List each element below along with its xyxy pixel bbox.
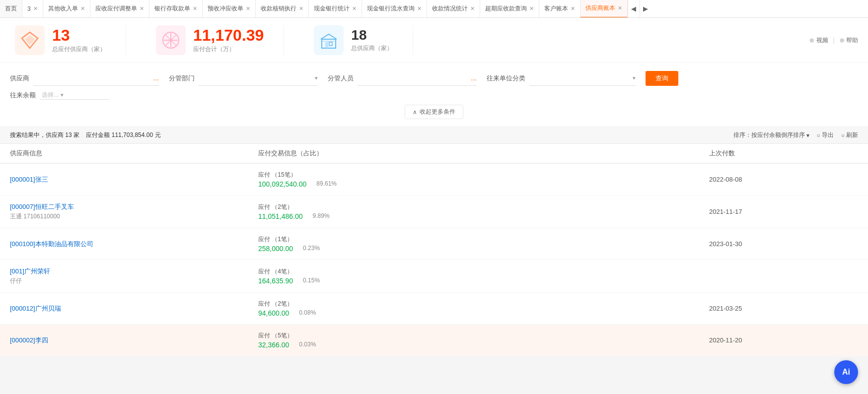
summary-info-total: 18 总供应商（家） bbox=[351, 28, 393, 53]
nav-tab-ap-adjustment[interactable]: 应收应付调整单 ✕ bbox=[90, 0, 149, 18]
nav-tab-bank-deposit[interactable]: 银行存取款单 ✕ bbox=[149, 0, 203, 18]
transaction-row-3: 258,000.00 0.23% bbox=[258, 244, 709, 253]
transaction-row-5: 94,600.00 0.08% bbox=[258, 308, 709, 317]
store-icon bbox=[319, 30, 339, 50]
person-filter-label: 分管人员 bbox=[328, 74, 354, 83]
nav-tab-cash-bank-flow-label: 现金银行流水查询 bbox=[367, 4, 415, 13]
nav-tab-collection-exec-close[interactable]: ✕ bbox=[299, 5, 303, 12]
collapse-section: ∧ 收起更多条件 bbox=[10, 105, 858, 119]
amount-card-icon bbox=[156, 25, 186, 55]
total-supplier-label: 总供应商（家） bbox=[351, 44, 393, 53]
amount-value: 11,170.39 bbox=[193, 27, 264, 43]
transaction-row-4: 164,635.90 0.15% bbox=[258, 276, 709, 285]
transaction-amount-5[interactable]: 94,600.00 bbox=[258, 309, 289, 317]
results-bar: 搜索结果中，供应商 13 家 应付金额 111,703,854.00 元 排序：… bbox=[0, 127, 868, 144]
export-label: 导出 bbox=[822, 131, 834, 139]
table-row: [000100]本特勤油品有限公司 应付 （1笔） 258,000.00 0.2… bbox=[0, 228, 868, 260]
transaction-pct-5: 0.08% bbox=[299, 309, 316, 316]
refresh-button[interactable]: ○ 刷新 bbox=[841, 131, 858, 139]
help-link[interactable]: ⊙ 帮助 bbox=[840, 36, 858, 45]
nav-tab-collection-stat-close[interactable]: ✕ bbox=[470, 5, 475, 12]
sort-chevron-icon: ▾ bbox=[806, 132, 809, 139]
last-pay-cell-6: 2020-11-20 bbox=[709, 336, 858, 344]
supplier-link-3[interactable]: [000100]本特勤油品有限公司 bbox=[10, 240, 93, 248]
nav-tab-cash-bank-flow[interactable]: 现金银行流水查询 ✕ bbox=[362, 0, 427, 18]
nav-tab-home[interactable]: 首页 bbox=[0, 0, 22, 18]
person-ellipsis-icon[interactable]: ... bbox=[471, 74, 477, 82]
collapse-button[interactable]: ∧ 收起更多条件 bbox=[405, 105, 463, 119]
nav-tab-cash-bank-stat[interactable]: 现金银行统计 ✕ bbox=[309, 0, 362, 18]
nav-tab-t3[interactable]: 3 ✕ bbox=[22, 0, 43, 18]
supplier-info-cell-5: [000012]广州贝瑞 bbox=[10, 304, 258, 313]
nav-tab-overdue-query-close[interactable]: ✕ bbox=[529, 5, 534, 12]
nav-tab-other-income-close[interactable]: ✕ bbox=[80, 5, 85, 12]
total-card-icon bbox=[314, 25, 344, 55]
transaction-cell-5: 应付 （2笔） 94,600.00 0.08% bbox=[258, 300, 709, 317]
transaction-cell-4: 应付 （4笔） 164,635.90 0.15% bbox=[258, 267, 709, 285]
filter-row-2: 往来余额 选择... ▾ bbox=[10, 91, 858, 100]
person-filter-input[interactable] bbox=[358, 70, 471, 85]
nav-tab-supplier-account[interactable]: 供应商账本 ✕ bbox=[580, 0, 628, 18]
export-icon: ○ bbox=[817, 132, 820, 139]
supplier-ellipsis-icon[interactable]: ... bbox=[153, 74, 159, 82]
transaction-amount-1[interactable]: 100,092,540.00 bbox=[258, 180, 306, 188]
transaction-pct-3: 0.23% bbox=[303, 245, 320, 252]
transaction-type-4: 应付 （4笔） bbox=[258, 267, 709, 276]
nav-arrow-left[interactable]: ◀ bbox=[628, 0, 640, 18]
transaction-type-5: 应付 （2笔） bbox=[258, 300, 709, 308]
transaction-amount-2[interactable]: 11,051,486.00 bbox=[258, 212, 303, 220]
snowflake-icon bbox=[161, 30, 181, 50]
summary-actions: ⊙ 视频 | ⊙ 帮助 bbox=[809, 36, 858, 45]
nav-tab-bank-deposit-close[interactable]: ✕ bbox=[193, 5, 197, 12]
nav-tab-customer-account-close[interactable]: ✕ bbox=[571, 5, 575, 12]
supplier-link-5[interactable]: [000012]广州贝瑞 bbox=[10, 305, 61, 312]
unit-class-filter-label: 往来单位分类 bbox=[487, 74, 525, 83]
nav-tab-other-income[interactable]: 其他收入单 ✕ bbox=[43, 0, 90, 18]
nav-tab-ap-adjustment-close[interactable]: ✕ bbox=[140, 5, 144, 12]
nav-tab-advance-collect-close[interactable]: ✕ bbox=[246, 5, 250, 12]
nav-tab-collection-stat[interactable]: 收款情况统计 ✕ bbox=[427, 0, 480, 18]
transaction-amount-4[interactable]: 164,635.90 bbox=[258, 277, 293, 285]
supplier-info-cell-3: [000100]本特勤油品有限公司 bbox=[10, 240, 258, 249]
transaction-amount-3[interactable]: 258,000.00 bbox=[258, 245, 293, 253]
export-button[interactable]: ○ 导出 bbox=[817, 131, 834, 139]
nav-arrow-right[interactable]: ▶ bbox=[640, 0, 651, 18]
transaction-cell-2: 应付 （2笔） 11,051,486.00 9.89% bbox=[258, 203, 709, 220]
balance-filter-label: 往来余额 bbox=[10, 91, 36, 100]
transaction-amount-6[interactable]: 32,366.00 bbox=[258, 341, 289, 349]
balance-chevron-icon[interactable]: ▾ bbox=[61, 92, 64, 98]
transaction-row-2: 11,051,486.00 9.89% bbox=[258, 211, 709, 220]
sort-label: 排序：按应付余额倒序排序 bbox=[733, 131, 805, 139]
supplier-link-1[interactable]: [000001]张三 bbox=[10, 176, 48, 183]
nav-tab-t3-close[interactable]: ✕ bbox=[33, 5, 38, 12]
supplier-link-6[interactable]: [000002]李四 bbox=[10, 336, 48, 344]
sort-selector[interactable]: 排序：按应付余额倒序排序 ▾ bbox=[733, 131, 809, 139]
nav-tab-customer-account[interactable]: 客户账本 ✕ bbox=[539, 0, 580, 18]
nav-tab-cash-bank-stat-close[interactable]: ✕ bbox=[352, 5, 357, 12]
supplier-link-2[interactable]: [000007]恒旺二手叉车 bbox=[10, 203, 74, 210]
supplier-code-1: [000001] bbox=[10, 176, 35, 183]
summary-card-total: 18 总供应商（家） bbox=[284, 25, 413, 55]
nav-tab-overdue-query[interactable]: 超期应收款查询 ✕ bbox=[480, 0, 539, 18]
transaction-cell-6: 应付 （5笔） 32,366.00 0.03% bbox=[258, 331, 709, 349]
summary-bar: 13 总应付供应商（家） 11,170.39 应付合计（万） bbox=[0, 18, 868, 63]
query-button[interactable]: 查询 bbox=[646, 71, 678, 86]
results-amount-unit: 元 bbox=[155, 131, 161, 138]
nav-tab-supplier-account-close[interactable]: ✕ bbox=[618, 5, 622, 11]
supplier-filter-input[interactable] bbox=[33, 70, 153, 85]
nav-tab-advance-collect[interactable]: 预收冲应收单 ✕ bbox=[203, 0, 256, 18]
last-pay-cell-3: 2023-01-30 bbox=[709, 240, 858, 248]
filter-person: 分管人员 ... bbox=[328, 70, 477, 86]
nav-tab-cash-bank-flow-close[interactable]: ✕ bbox=[417, 5, 422, 12]
dept-chevron-icon[interactable]: ▾ bbox=[315, 75, 318, 81]
transaction-pct-6: 0.03% bbox=[299, 341, 316, 348]
summary-card-suppliers: 13 总应付供应商（家） bbox=[10, 25, 126, 55]
nav-tab-advance-collect-label: 预收冲应收单 bbox=[208, 4, 243, 13]
video-link[interactable]: ⊙ 视频 bbox=[809, 36, 828, 45]
summary-info-suppliers: 13 总应付供应商（家） bbox=[52, 27, 106, 54]
supplier-link-4[interactable]: [001]广州荣轩 bbox=[10, 267, 50, 275]
refresh-label: 刷新 bbox=[846, 131, 858, 139]
unit-class-chevron-icon[interactable]: ▾ bbox=[633, 75, 636, 81]
col-header-transaction: 应付交易信息（占比） bbox=[258, 149, 709, 158]
nav-tab-collection-exec[interactable]: 收款核销执行 ✕ bbox=[256, 0, 309, 18]
